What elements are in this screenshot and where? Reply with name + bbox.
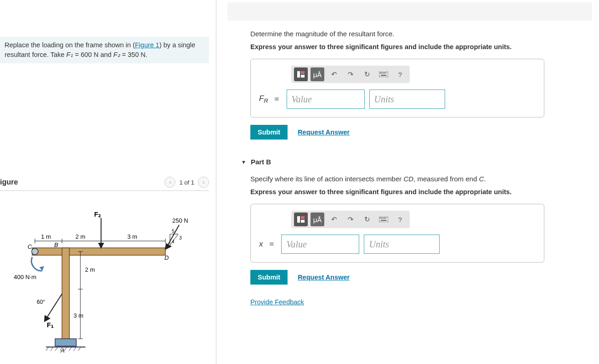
tri-4: 4 [172, 239, 175, 244]
next-figure-button[interactable]: › [198, 177, 209, 188]
svg-line-10 [73, 347, 76, 351]
label-f1: F₁ [47, 321, 54, 329]
dim-v2m: 2 m [85, 266, 95, 273]
pane-divider [216, 0, 216, 364]
part-a-answer-row: FR = Value Units [259, 90, 536, 109]
label-d: D [164, 254, 169, 261]
f2-val: = 350 N [120, 51, 146, 58]
redo-icon[interactable]: ↷ [344, 67, 357, 81]
part-b-instructions: Express your answer to three significant… [250, 188, 574, 196]
svg-marker-21 [99, 243, 103, 248]
part-b-value-input[interactable]: Value [281, 235, 359, 254]
svg-rect-44 [301, 220, 305, 223]
dim-2m: 2 m [75, 233, 85, 240]
svg-rect-48 [383, 218, 384, 218]
part-b-title: Part B [251, 158, 271, 166]
undo-icon[interactable]: ↶ [327, 67, 341, 81]
reset-icon[interactable]: ↻ [360, 67, 374, 81]
svg-line-6 [55, 347, 58, 351]
part-a-answer-box: μÅ ↶ ↷ ↻ ? FR = Value Units [250, 59, 544, 118]
svg-rect-45 [379, 217, 388, 222]
svg-rect-50 [385, 218, 386, 218]
part-b-units-input[interactable]: Units [364, 235, 440, 254]
part-a-submit-button[interactable]: Submit [250, 125, 288, 140]
label-250n: 250 N [172, 217, 188, 224]
dim-1m: 1 m [41, 233, 51, 240]
keyboard-icon[interactable] [377, 213, 390, 226]
help-icon[interactable]: ? [393, 213, 407, 226]
units-icon[interactable]: μÅ [311, 67, 324, 81]
svg-rect-43 [301, 216, 305, 219]
svg-rect-1 [62, 248, 69, 340]
equals-sign: = [270, 240, 274, 249]
period: . [146, 51, 147, 58]
keyboard-icon[interactable] [377, 67, 390, 81]
svg-rect-39 [384, 73, 385, 73]
part-b: Specify where its line of action interse… [227, 171, 592, 310]
svg-line-8 [64, 347, 67, 351]
help-icon[interactable]: ? [393, 67, 407, 81]
part-a-instructions: Express your answer to three significant… [250, 43, 574, 50]
svg-rect-42 [297, 216, 300, 223]
svg-rect-32 [297, 71, 300, 78]
part-a-band [227, 2, 592, 21]
svg-rect-34 [301, 75, 305, 78]
part-b-var: x [259, 240, 263, 249]
redo-icon[interactable]: ↷ [344, 213, 357, 226]
templates-icon[interactable] [294, 67, 308, 81]
and-text: and [98, 51, 113, 58]
equals-sign: = [275, 95, 279, 104]
part-a-var: FR [259, 94, 268, 104]
svg-rect-49 [384, 218, 385, 218]
provide-feedback-link[interactable]: Provide Feedback [250, 298, 304, 306]
part-b-header[interactable]: ▼ Part B [241, 158, 592, 166]
svg-rect-33 [301, 71, 305, 74]
svg-rect-46 [380, 218, 381, 218]
svg-rect-37 [381, 73, 382, 73]
part-b-actions: Submit Request Answer [250, 270, 574, 285]
svg-rect-2 [55, 339, 76, 346]
label-f2: F₂ [94, 211, 101, 218]
part-a-units-input[interactable]: Units [369, 90, 445, 109]
reset-icon[interactable]: ↻ [360, 213, 374, 226]
svg-rect-51 [381, 220, 386, 221]
part-a-request-answer-link[interactable]: Request Answer [298, 129, 350, 136]
svg-marker-31 [45, 316, 50, 321]
figure-link[interactable]: Figure 1 [135, 41, 159, 49]
svg-rect-41 [381, 75, 386, 76]
svg-point-12 [32, 248, 38, 255]
figure-page: 1 of 1 [179, 179, 194, 186]
part-a-actions: Submit Request Answer [250, 125, 574, 140]
feedback-row: Provide Feedback [250, 298, 574, 306]
svg-line-9 [69, 347, 72, 351]
svg-rect-35 [379, 72, 388, 77]
part-b-answer-row: x = Value Units [259, 235, 536, 254]
label-b: B [54, 241, 58, 248]
svg-line-11 [78, 347, 81, 351]
figure-title: igure [0, 178, 18, 186]
templates-icon[interactable] [294, 213, 308, 226]
svg-line-4 [46, 347, 49, 351]
units-icon[interactable]: μÅ [311, 213, 324, 226]
undo-icon[interactable]: ↶ [327, 213, 341, 226]
svg-rect-40 [385, 73, 386, 73]
tri-5: 5 [172, 229, 175, 234]
label-a: A [60, 347, 65, 353]
part-b-submit-button[interactable]: Submit [250, 270, 288, 285]
part-a-toolbar: μÅ ↶ ↷ ↻ ? [291, 66, 410, 83]
part-a: Determine the magnitude of the resultant… [227, 21, 592, 144]
prev-figure-button[interactable]: ‹ [164, 177, 175, 188]
part-b-request-answer-link[interactable]: Request Answer [298, 274, 350, 281]
part-b-toolbar: μÅ ↶ ↷ ↻ ? [291, 211, 410, 228]
part-a-value-input[interactable]: Value [287, 90, 365, 109]
part-b-prompt: Specify where its line of action interse… [250, 175, 574, 183]
right-pane: Determine the magnitude of the resultant… [227, 0, 599, 364]
dim-v3m: 3 m [73, 312, 84, 319]
part-a-prompt: Determine the magnitude of the resultant… [250, 30, 574, 38]
svg-line-5 [51, 347, 53, 351]
figure-header: igure ‹ 1 of 1 › [0, 177, 209, 191]
f1-var: F₁ [66, 51, 73, 58]
f2-var: F₂ [113, 51, 120, 58]
label-moment: 400 N·m [14, 274, 36, 280]
f1-val: = 600 N [73, 51, 98, 58]
